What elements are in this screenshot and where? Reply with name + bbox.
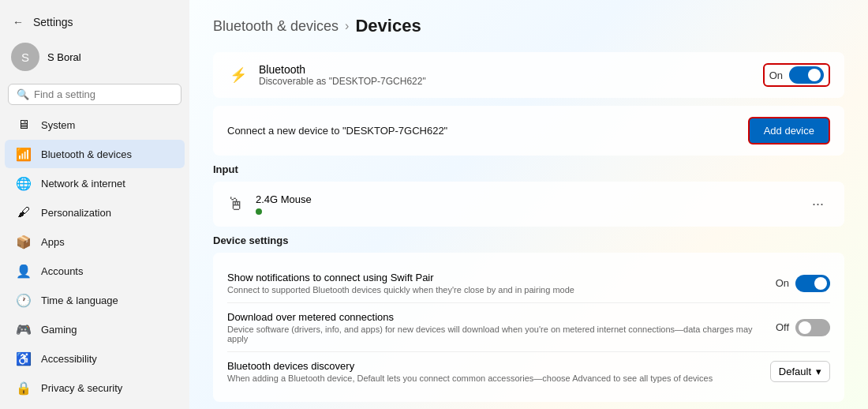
apps-icon: 📦 xyxy=(16,234,32,250)
setting-row-0: Show notifications to connect using Swif… xyxy=(227,264,830,303)
back-button[interactable]: ← xyxy=(9,13,27,32)
setting-title-0: Show notifications to connect using Swif… xyxy=(227,272,776,283)
sidebar-item-accessibility[interactable]: ♿ Accessibility xyxy=(5,344,185,373)
sidebar-item-privacy[interactable]: 🔒 Privacy & security xyxy=(5,373,185,402)
setting-toggle-wrap-0: On xyxy=(776,275,830,292)
accounts-icon: 👤 xyxy=(16,263,32,279)
breadcrumb-sep: › xyxy=(345,19,349,33)
setting-title-1: Download over metered connections xyxy=(227,311,776,323)
sidebar-item-label: System xyxy=(41,119,75,131)
sidebar-item-label: Personalization xyxy=(41,207,111,219)
bluetooth-card: ⚡ Bluetooth Discoverable as "DESKTOP-7GC… xyxy=(213,52,844,98)
network-icon: 🌐 xyxy=(16,175,32,191)
bluetooth-icon: 📶 xyxy=(16,146,32,162)
nav-list: 🖥 System 📶 Bluetooth & devices 🌐 Network… xyxy=(0,110,189,409)
bluetooth-toggle-label: On xyxy=(769,69,783,81)
user-profile: S S Boral xyxy=(0,35,189,79)
setting-toggle-wrap-1: Off xyxy=(776,319,830,336)
search-input[interactable] xyxy=(34,88,173,100)
sidebar-item-network[interactable]: 🌐 Network & internet xyxy=(5,169,185,197)
search-box[interactable]: 🔍 xyxy=(8,84,181,105)
setting-dropdown-2[interactable]: Default ▾ xyxy=(770,361,830,382)
breadcrumb-parent[interactable]: Bluetooth & devices xyxy=(213,18,339,35)
input-device-card: 🖱 2.4G Mouse ··· xyxy=(213,182,844,227)
system-icon: 🖥 xyxy=(16,117,32,133)
sidebar-item-time[interactable]: 🕐 Time & language xyxy=(5,286,185,314)
sidebar: ← Settings S S Boral 🔍 🖥 System 📶 Blueto… xyxy=(0,0,189,409)
username: S Boral xyxy=(47,51,81,63)
sidebar-item-personalization[interactable]: 🖌 Personalization xyxy=(5,198,185,227)
accessibility-icon: ♿ xyxy=(16,351,32,366)
settings-list: Show notifications to connect using Swif… xyxy=(227,264,830,391)
bluetooth-toggle-wrap: On xyxy=(763,63,830,87)
dropdown-value-2: Default xyxy=(779,366,811,377)
device-more-button[interactable]: ··· xyxy=(806,193,830,216)
bluetooth-name: Bluetooth xyxy=(259,63,754,76)
setting-desc-1: Device software (drivers, info, and apps… xyxy=(227,325,764,343)
device-settings-card: Show notifications to connect using Swif… xyxy=(213,253,844,402)
setting-toggle-label-1: Off xyxy=(776,321,789,333)
sidebar-item-label: Privacy & security xyxy=(41,382,122,394)
add-device-button[interactable]: Add device xyxy=(748,117,830,144)
personalization-icon: 🖌 xyxy=(16,204,32,220)
main-content: Bluetooth & devices › Devices ⚡ Bluetoot… xyxy=(189,0,868,409)
setting-title-2: Bluetooth devices discovery xyxy=(227,360,770,372)
avatar: S xyxy=(11,43,39,71)
setting-desc-2: When adding a Bluetooth device, Default … xyxy=(227,373,764,383)
sidebar-item-bluetooth[interactable]: 📶 Bluetooth & devices xyxy=(5,140,185,168)
page-title: Devices xyxy=(355,16,421,36)
time-icon: 🕐 xyxy=(16,292,32,308)
input-section-label: Input xyxy=(213,163,844,175)
device-settings-label: Device settings xyxy=(213,235,844,246)
chevron-down-icon: ▾ xyxy=(816,366,821,377)
sidebar-item-label: Time & language xyxy=(41,295,118,306)
sidebar-item-accounts[interactable]: 👤 Accounts xyxy=(5,257,185,285)
setting-toggle-label-0: On xyxy=(776,277,789,289)
sidebar-item-label: Gaming xyxy=(41,324,77,336)
sidebar-item-label: Accounts xyxy=(41,265,83,277)
sidebar-item-update[interactable]: 🔄 Windows Update xyxy=(5,403,185,409)
breadcrumb: Bluetooth & devices › Devices xyxy=(213,16,844,36)
setting-toggle-1[interactable] xyxy=(795,319,830,336)
privacy-icon: 🔒 xyxy=(16,380,32,396)
sidebar-item-label: Apps xyxy=(41,236,65,248)
bluetooth-subtitle: Discoverable as "DESKTOP-7GCH622" xyxy=(259,76,754,87)
device-name: 2.4G Mouse xyxy=(256,193,795,205)
setting-row-2: Bluetooth devices discovery When adding … xyxy=(227,352,830,391)
sidebar-item-apps[interactable]: 📦 Apps xyxy=(5,227,185,256)
sidebar-item-label: Bluetooth & devices xyxy=(41,148,132,160)
setting-row-1: Download over metered connections Device… xyxy=(227,303,830,352)
setting-dropdown-wrap-2: Default ▾ xyxy=(770,361,830,382)
sidebar-item-label: Accessibility xyxy=(41,353,97,365)
search-icon: 🔍 xyxy=(17,88,29,100)
sidebar-item-label: Network & internet xyxy=(41,178,125,189)
app-title: Settings xyxy=(33,16,73,28)
gaming-icon: 🎮 xyxy=(16,321,32,337)
setting-desc-0: Connect to supported Bluetooth devices q… xyxy=(227,285,764,295)
sidebar-header: ← Settings xyxy=(0,6,189,35)
device-connected-dot xyxy=(256,208,262,215)
bluetooth-icon: ⚡ xyxy=(227,66,249,84)
add-device-card: Connect a new device to "DESKTOP-7GCH622… xyxy=(213,106,844,156)
setting-toggle-0[interactable] xyxy=(795,275,830,292)
sidebar-item-system[interactable]: 🖥 System xyxy=(5,111,185,139)
sidebar-item-gaming[interactable]: 🎮 Gaming xyxy=(5,315,185,343)
bluetooth-toggle[interactable] xyxy=(789,66,824,84)
mouse-icon: 🖱 xyxy=(227,194,245,215)
add-device-text: Connect a new device to "DESKTOP-7GCH622… xyxy=(227,125,447,137)
